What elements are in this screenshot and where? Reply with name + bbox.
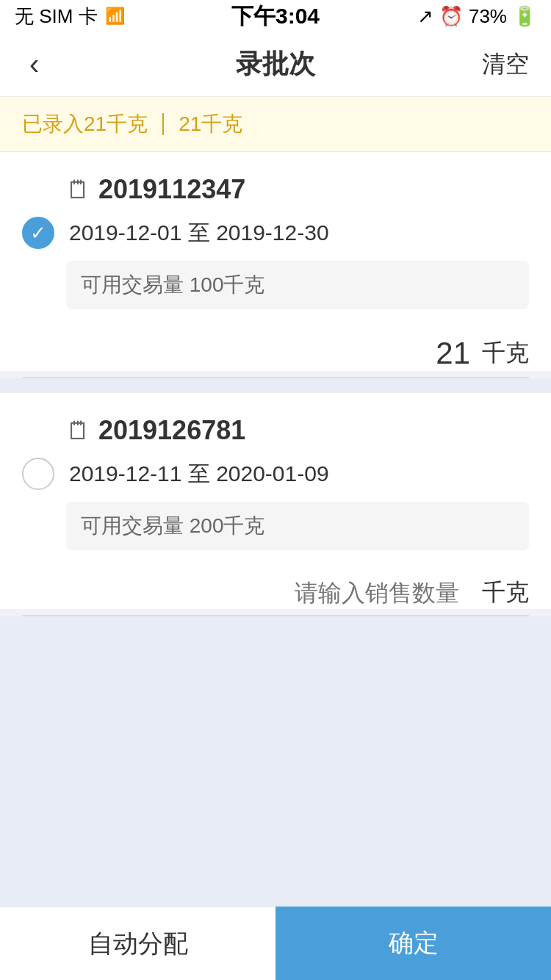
status-left: 无 SIM 卡 📶 — [15, 4, 125, 29]
status-time: 下午3:04 — [231, 1, 320, 32]
batch1-amount-unit: 千克 — [482, 337, 529, 370]
section-divider — [0, 378, 551, 393]
batch2-quantity-input[interactable] — [22, 580, 470, 607]
batch2-id: 2019126781 — [98, 415, 245, 446]
page-title: 录批次 — [236, 46, 315, 82]
batch2-available: 可用交易量 200千克 — [66, 502, 529, 550]
bottom-bar: 自动分配 确定 — [0, 907, 551, 980]
batch1-amount-value: 21 — [436, 336, 470, 371]
batch1-icon: 🗒 — [66, 176, 91, 204]
batch-card-2: 🗒 2019126781 2019-12-11 至 2020-01-09 可用交… — [0, 393, 551, 565]
auto-distribute-button[interactable]: 自动分配 — [0, 907, 276, 980]
batch1-radio[interactable]: ✓ — [22, 217, 54, 249]
check-icon: ✓ — [30, 222, 46, 245]
content-area: 🗒 2019112347 ✓ 2019-12-01 至 2019-12-30 可… — [0, 152, 551, 962]
batch2-icon: 🗒 — [66, 417, 91, 445]
confirm-button[interactable]: 确定 — [276, 907, 551, 980]
nav-bar: ‹ 录批次 清空 — [0, 32, 551, 97]
battery-text: 73% — [469, 5, 507, 28]
wifi-icon: 📶 — [105, 7, 125, 26]
alarm-icon: ⏰ — [439, 5, 463, 28]
status-bar: 无 SIM 卡 📶 下午3:04 ↗ ⏰ 73% 🔋 — [0, 0, 551, 32]
batch-card-1: 🗒 2019112347 ✓ 2019-12-01 至 2019-12-30 可… — [0, 152, 551, 324]
batch2-header: 🗒 2019126781 — [22, 415, 529, 446]
carrier-text: 无 SIM 卡 — [15, 4, 98, 29]
batch1-available: 可用交易量 100千克 — [66, 261, 529, 309]
batch2-row: 2019-12-11 至 2020-01-09 — [22, 458, 529, 490]
batch2-input-row: 千克 — [0, 565, 551, 609]
status-right: ↗ ⏰ 73% 🔋 — [417, 5, 536, 28]
back-button[interactable]: ‹ — [22, 40, 46, 88]
info-banner: 已录入21千克 21千克 — [0, 97, 551, 152]
batch2-radio[interactable] — [22, 458, 54, 490]
batch1-date: 2019-12-01 至 2019-12-30 — [69, 218, 329, 248]
clear-button[interactable]: 清空 — [482, 48, 529, 81]
location-icon: ↗ — [417, 5, 433, 28]
battery-icon: 🔋 — [513, 5, 536, 28]
batch1-row: ✓ 2019-12-01 至 2019-12-30 — [22, 217, 529, 249]
batch2-input-unit: 千克 — [482, 577, 529, 609]
banner-divider — [162, 113, 164, 135]
recorded-value: 21千克 — [179, 110, 242, 138]
batch1-header: 🗒 2019112347 — [22, 174, 529, 205]
recorded-label: 已录入21千克 — [22, 110, 148, 138]
batch2-date: 2019-12-11 至 2020-01-09 — [69, 459, 329, 489]
batch1-amount-row: 21 千克 — [0, 324, 551, 371]
batch1-id: 2019112347 — [98, 174, 245, 205]
